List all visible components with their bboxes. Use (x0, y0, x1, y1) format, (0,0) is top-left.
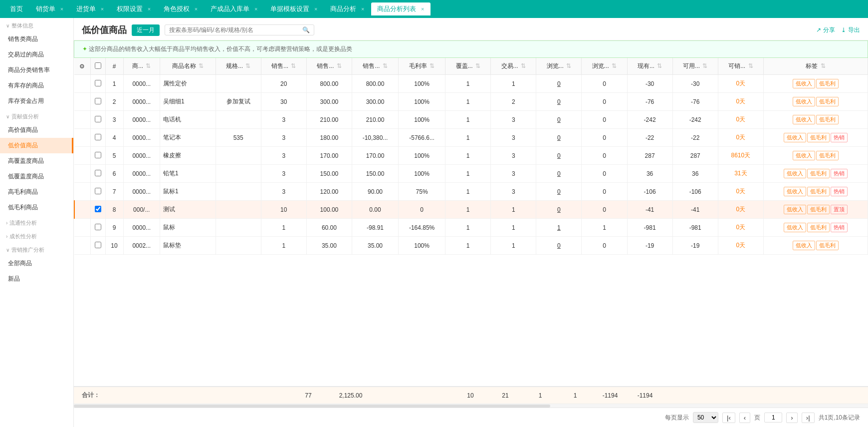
sidebar-group-overall[interactable]: ∨ 整体信息 (0, 18, 73, 31)
th-name[interactable]: 商品名称 ⇅ (160, 58, 216, 75)
th-stock1[interactable]: 现有... ⇅ (627, 58, 672, 75)
search-icon[interactable]: 🔍 (302, 26, 310, 33)
td-view1[interactable]: 0 (536, 183, 582, 201)
next-page-button[interactable]: › (786, 413, 797, 423)
nav-item-permission[interactable]: 权限设置 × (111, 2, 157, 15)
table-row: 2 0000... 吴细细1 参加复试 30 300.00 300.00 100… (74, 93, 868, 111)
sidebar-item-low-margin[interactable]: 低毛利商品 (0, 200, 73, 215)
sidebar-item-high-margin[interactable]: 高毛利商品 (0, 184, 73, 200)
td-check (90, 165, 105, 183)
row-checkbox[interactable] (95, 170, 101, 176)
th-cover[interactable]: 覆盖... ⇅ (445, 58, 491, 75)
close-icon[interactable]: × (361, 6, 364, 12)
nav-item-sales[interactable]: 销货单 × (30, 2, 69, 15)
page-number-input[interactable] (764, 413, 782, 423)
th-stock3[interactable]: 可销... ⇅ (718, 58, 763, 75)
td-sales3: 0.00 (352, 201, 398, 219)
nav-item-template[interactable]: 单据模板设置 × (264, 2, 323, 15)
td-cover: 1 (445, 165, 491, 183)
row-checkbox[interactable] (95, 134, 101, 140)
th-sales1[interactable]: 销售... ⇅ (261, 58, 306, 75)
sidebar-item-traded-goods[interactable]: 交易过的商品 (0, 47, 73, 62)
share-button[interactable]: ↗ 分享 (816, 26, 835, 34)
th-stock2[interactable]: 可用... ⇅ (672, 58, 718, 75)
td-view1[interactable]: 0 (536, 111, 582, 129)
table-row: 4 0000... 笔记本 535 3 180.00 -10,380... -5… (74, 129, 868, 147)
td-tags: 低收入低毛利 (763, 111, 868, 129)
td-sales2: 60.00 (306, 219, 352, 237)
horizontal-scrollbar[interactable] (74, 404, 868, 408)
sidebar-item-low-coverage[interactable]: 低覆盖度商品 (0, 169, 73, 184)
sidebar-item-new-goods[interactable]: 新品 (0, 271, 73, 287)
close-icon[interactable]: × (314, 6, 317, 12)
th-view1[interactable]: 浏览... ⇅ (536, 58, 582, 75)
td-view1[interactable]: 0 (536, 237, 582, 255)
row-checkbox[interactable] (95, 224, 101, 230)
export-button[interactable]: ⤓ 导出 (841, 26, 860, 34)
td-check (90, 201, 105, 219)
sidebar-item-low-value[interactable]: 低价值商品 (0, 138, 73, 153)
th-sales2[interactable]: 销售... ⇅ (306, 58, 352, 75)
search-input[interactable] (169, 26, 299, 33)
time-filter-button[interactable]: 近一月 (132, 24, 160, 36)
row-checkbox[interactable] (95, 152, 101, 158)
td-days: 0天 (718, 111, 763, 129)
td-view1[interactable]: 0 (536, 165, 582, 183)
nav-item-product-analysis[interactable]: 商品分析 × (324, 2, 370, 15)
row-checkbox[interactable] (95, 206, 101, 212)
close-icon[interactable]: × (101, 6, 104, 12)
row-checkbox[interactable] (95, 188, 101, 194)
td-spec (216, 219, 261, 237)
td-view1[interactable]: 0 (536, 147, 582, 165)
row-checkbox[interactable] (95, 242, 101, 248)
close-icon[interactable]: × (421, 6, 424, 12)
th-view2[interactable]: 浏览... ⇅ (582, 58, 627, 75)
td-gross: -5766.6... (399, 129, 445, 147)
sidebar-item-sales-goods[interactable]: 销售类商品 (0, 31, 73, 47)
nav-item-purchase[interactable]: 进货单 × (70, 2, 110, 15)
close-icon[interactable]: × (195, 6, 198, 12)
sidebar-item-stocked-goods[interactable]: 有库存的商品 (0, 78, 73, 93)
tag: 置顶 (831, 205, 848, 214)
td-view1[interactable]: 0 (536, 93, 582, 111)
close-icon[interactable]: × (148, 6, 151, 12)
row-checkbox[interactable] (95, 80, 101, 86)
sidebar-item-high-coverage[interactable]: 高覆盖度商品 (0, 153, 73, 169)
select-all-checkbox[interactable] (95, 62, 101, 69)
row-checkbox[interactable] (95, 98, 101, 104)
first-page-button[interactable]: |‹ (722, 413, 735, 423)
td-view1[interactable]: 0 (536, 201, 582, 219)
sidebar-group-marketing[interactable]: ∨ 营销推广分析 (0, 242, 73, 256)
per-page-select[interactable]: 50 100 200 (693, 412, 718, 423)
th-trade[interactable]: 交易... ⇅ (491, 58, 536, 75)
th-code[interactable]: 商... ⇅ (123, 58, 160, 75)
sidebar-group-liquidity[interactable]: › 流通性分析 (0, 215, 73, 229)
sidebar-group-contribution[interactable]: ∨ 贡献值分析 (0, 109, 73, 122)
prev-page-button[interactable]: ‹ (739, 413, 750, 423)
td-gross: 100% (399, 237, 445, 255)
nav-item-product-analysis-list[interactable]: 商品分析列表 × (371, 2, 430, 15)
th-gear[interactable]: ⚙ (74, 58, 90, 75)
td-gear (74, 75, 90, 93)
td-view1[interactable]: 0 (536, 75, 582, 93)
td-tags: 低收入低毛利置顶 (763, 201, 868, 219)
nav-item-home[interactable]: 首页 (4, 2, 29, 15)
sidebar-item-all-goods[interactable]: 全部商品 (0, 256, 73, 271)
sidebar-group-growth[interactable]: › 成长性分析 (0, 229, 73, 242)
close-icon[interactable]: × (254, 6, 257, 12)
row-checkbox[interactable] (95, 116, 101, 122)
sidebar-item-high-value[interactable]: 高价值商品 (0, 122, 73, 138)
nav-item-role[interactable]: 角色授权 × (158, 2, 204, 15)
th-sales3[interactable]: 销售... ⇅ (352, 58, 398, 75)
th-tags[interactable]: 标签 ⇅ (763, 58, 868, 75)
close-icon[interactable]: × (60, 6, 63, 12)
sidebar-item-inventory-fund[interactable]: 库存资金占用 (0, 93, 73, 109)
td-num: 7 (105, 183, 123, 201)
sidebar-item-category-sales[interactable]: 商品分类销售率 (0, 62, 73, 78)
td-view1[interactable]: 1 (536, 219, 582, 237)
th-spec[interactable]: 规格... ⇅ (216, 58, 261, 75)
last-page-button[interactable]: ›| (802, 413, 815, 423)
nav-item-product-inbound[interactable]: 产成品入库单 × (205, 2, 263, 15)
th-gross[interactable]: 毛利率 ⇅ (399, 58, 445, 75)
td-view1[interactable]: 0 (536, 129, 582, 147)
